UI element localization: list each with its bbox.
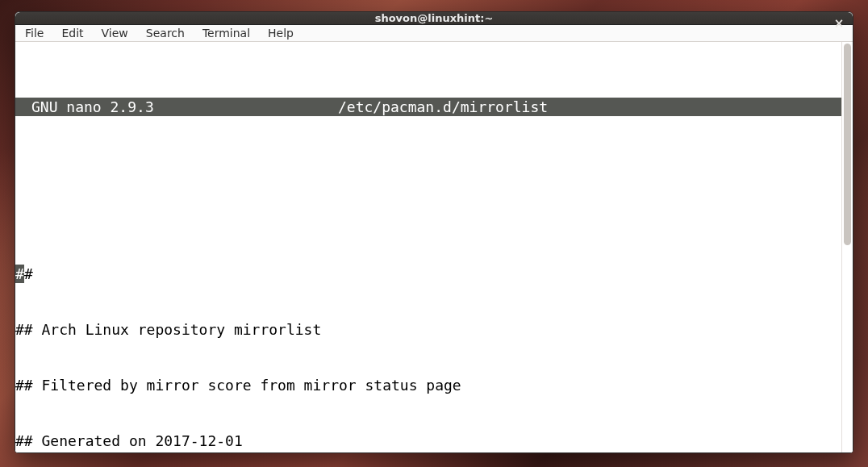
- cursor: #: [15, 265, 24, 283]
- nano-app-version: GNU nano 2.9.3: [15, 98, 338, 116]
- menu-terminal[interactable]: Terminal: [201, 25, 252, 41]
- window-titlebar: shovon@linuxhint:~ ×: [15, 12, 853, 25]
- menu-edit[interactable]: Edit: [60, 25, 85, 41]
- file-line: ## Filtered by mirror score from mirror …: [15, 376, 841, 394]
- terminal-content[interactable]: GNU nano 2.9.3 /etc/pacman.d/mirrorlist …: [15, 42, 841, 453]
- file-content: ## ## Arch Linux repository mirrorlist #…: [15, 172, 841, 453]
- nano-file-path: /etc/pacman.d/mirrorlist: [338, 98, 548, 116]
- terminal-window: shovon@linuxhint:~ × File Edit View Sear…: [15, 11, 853, 453]
- file-line: ## Arch Linux repository mirrorlist: [15, 320, 841, 339]
- menu-view[interactable]: View: [100, 25, 130, 41]
- nano-header-bar: GNU nano 2.9.3 /etc/pacman.d/mirrorlist: [15, 98, 841, 116]
- window-title: shovon@linuxhint:~: [375, 12, 494, 24]
- file-line-rest: #: [24, 265, 33, 282]
- menu-help[interactable]: Help: [266, 25, 295, 41]
- file-line: ##: [15, 265, 841, 283]
- menu-file[interactable]: File: [23, 25, 45, 41]
- file-line: ## Generated on 2017-12-01: [15, 432, 841, 450]
- terminal-area: GNU nano 2.9.3 /etc/pacman.d/mirrorlist …: [15, 42, 853, 453]
- menu-search[interactable]: Search: [144, 25, 186, 41]
- menubar: File Edit View Search Terminal Help: [15, 25, 853, 42]
- scrollbar-thumb[interactable]: [844, 44, 851, 245]
- file-line: [15, 209, 841, 227]
- vertical-scrollbar[interactable]: [841, 42, 853, 453]
- close-icon[interactable]: ×: [830, 15, 848, 33]
